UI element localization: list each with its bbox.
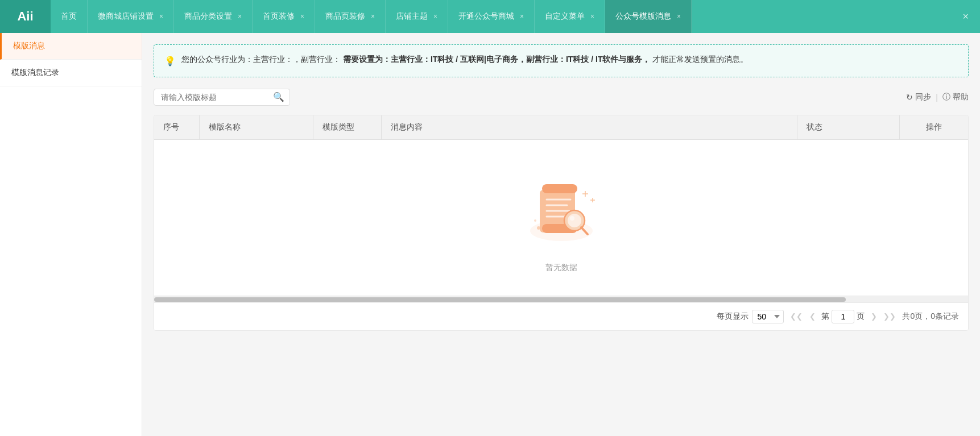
nav-tabs: 首页微商城店铺设置×商品分类设置×首页装修×商品页装修×店铺主题×开通公众号商城… xyxy=(51,0,951,33)
tab-close-weshop-settings[interactable]: × xyxy=(159,13,163,20)
help-button[interactable]: ⓘ 帮助 xyxy=(942,92,969,102)
tab-label: 首页装修 xyxy=(263,11,295,22)
sidebar: 模版消息模版消息记录 xyxy=(0,33,142,436)
nav-tab-weshop-settings[interactable]: 微商城店铺设置× xyxy=(88,0,174,33)
tab-close-template-message[interactable]: × xyxy=(677,13,681,20)
search-input-wrap: 🔍 xyxy=(154,89,290,106)
sync-icon: ↻ xyxy=(906,93,913,102)
empty-state: 暂无数据 xyxy=(154,140,968,296)
tab-label: 商品页装修 xyxy=(325,11,365,22)
col-header-name: 模版名称 xyxy=(200,115,313,139)
global-close-button[interactable]: × xyxy=(951,0,980,33)
help-icon: ⓘ xyxy=(942,92,950,102)
nav-tab-homepage-deco[interactable]: 首页装修× xyxy=(253,0,315,33)
search-icon[interactable]: 🔍 xyxy=(273,92,284,102)
col-header-status: 状态 xyxy=(797,115,900,139)
main-layout: 模版消息模版消息记录 💡 您的公众号行业为：主营行业：，副营行业： 需要设置为：… xyxy=(0,33,980,436)
col-header-content: 消息内容 xyxy=(382,115,797,139)
tab-label: 微商城店铺设置 xyxy=(98,11,154,22)
notice-box: 💡 您的公众号行业为：主营行业：，副营行业： 需要设置为：主营行业：IT科技 /… xyxy=(154,44,969,77)
svg-rect-2 xyxy=(542,184,577,193)
search-input[interactable] xyxy=(154,89,290,106)
svg-point-17 xyxy=(534,219,536,222)
table-header: 序号 模版名称 模版类型 消息内容 状态 操作 xyxy=(154,115,968,140)
page-size-wrap: 每页显示 50 10 20 100 xyxy=(717,310,784,323)
pagination: 每页显示 50 10 20 100 ❮❮ ❮ 第 页 ❯ ❯❯ xyxy=(154,302,968,330)
page-size-select[interactable]: 50 10 20 100 xyxy=(752,310,784,323)
prev-page-button[interactable]: ❮ xyxy=(805,310,819,323)
tab-close-product-category[interactable]: × xyxy=(238,13,242,20)
nav-tab-product-deco[interactable]: 商品页装修× xyxy=(315,0,386,33)
first-page-button[interactable]: ❮❮ xyxy=(789,310,803,323)
nav-tab-store-theme[interactable]: 店铺主题× xyxy=(386,0,448,33)
sidebar-item-template-message-log[interactable]: 模版消息记录 xyxy=(0,60,142,86)
next-page-button[interactable]: ❯ xyxy=(867,310,880,323)
tab-label: 首页 xyxy=(61,11,77,22)
tab-label: 开通公众号商城 xyxy=(458,11,514,22)
page-size-label: 每页显示 xyxy=(717,312,749,322)
page-number-input[interactable] xyxy=(832,310,854,323)
sidebar-item-template-message[interactable]: 模版消息 xyxy=(0,33,142,60)
nav-tab-home[interactable]: 首页 xyxy=(51,0,88,33)
notice-text: 您的公众号行业为：主营行业：，副营行业： 需要设置为：主营行业：IT科技 / 互… xyxy=(181,53,748,65)
tab-close-custom-menu[interactable]: × xyxy=(590,13,594,20)
nav-tab-open-wechat-mall[interactable]: 开通公众号商城× xyxy=(448,0,535,33)
horizontal-scrollbar[interactable] xyxy=(154,296,968,302)
scroll-thumb[interactable] xyxy=(154,297,846,302)
tab-label: 店铺主题 xyxy=(396,11,428,22)
col-header-type: 模版类型 xyxy=(313,115,382,139)
tab-label: 公众号模版消息 xyxy=(615,11,671,22)
svg-point-16 xyxy=(537,226,540,230)
col-header-action: 操作 xyxy=(900,115,968,139)
notice-icon: 💡 xyxy=(164,54,176,69)
empty-illustration xyxy=(522,174,601,254)
tab-close-open-wechat-mall[interactable]: × xyxy=(520,13,524,20)
search-bar-right: ↻ 同步 | ⓘ 帮助 xyxy=(906,92,969,102)
content-area: 💡 您的公众号行业为：主营行业：，副营行业： 需要设置为：主营行业：IT科技 /… xyxy=(142,33,980,436)
tab-close-homepage-deco[interactable]: × xyxy=(300,13,304,20)
nav-tab-custom-menu[interactable]: 自定义菜单× xyxy=(535,0,605,33)
sync-button[interactable]: ↻ 同步 xyxy=(906,92,931,102)
search-bar: 🔍 ↻ 同步 | ⓘ 帮助 xyxy=(154,89,969,106)
col-header-seq: 序号 xyxy=(154,115,200,139)
empty-text: 暂无数据 xyxy=(545,263,577,273)
last-page-button[interactable]: ❯❯ xyxy=(883,310,896,323)
svg-point-11 xyxy=(570,216,574,221)
total-records-text: 共0页，0条记录 xyxy=(902,312,959,322)
data-table: 序号 模版名称 模版类型 消息内容 状态 操作 xyxy=(154,115,969,331)
tab-close-product-deco[interactable]: × xyxy=(371,13,375,20)
page-di-label: 第 xyxy=(821,312,829,322)
divider: | xyxy=(936,93,938,102)
nav-tab-template-message[interactable]: 公众号模版消息× xyxy=(605,0,692,33)
tab-close-store-theme[interactable]: × xyxy=(433,13,437,20)
page-navigation: ❮❮ ❮ 第 页 ❯ ❯❯ xyxy=(789,310,896,323)
search-bar-left: 🔍 xyxy=(154,89,290,106)
tab-label: 商品分类设置 xyxy=(184,11,232,22)
app-logo: Aii xyxy=(0,0,51,33)
svg-point-9 xyxy=(568,214,581,227)
tab-label: 自定义菜单 xyxy=(545,11,585,22)
nav-tab-product-category[interactable]: 商品分类设置× xyxy=(174,0,253,33)
top-nav: Aii 首页微商城店铺设置×商品分类设置×首页装修×商品页装修×店铺主题×开通公… xyxy=(0,0,980,33)
page-label: 页 xyxy=(857,312,865,322)
